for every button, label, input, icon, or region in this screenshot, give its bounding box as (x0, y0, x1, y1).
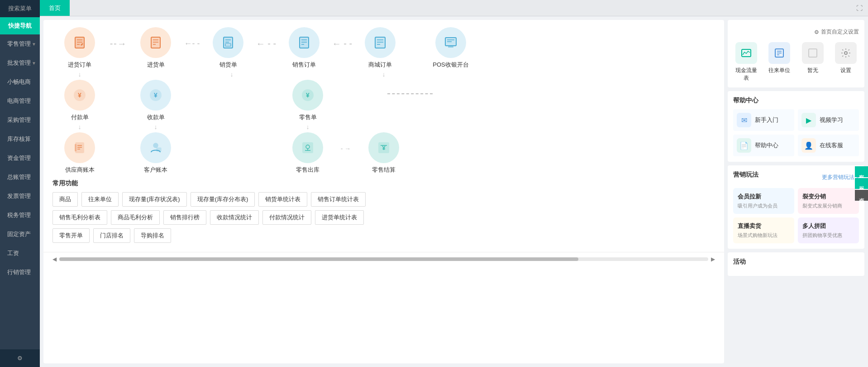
chevron-down-icon: ▼ (32, 42, 36, 47)
flow-node-pos[interactable]: POS收银开台 (424, 27, 478, 69)
sidebar-item-retail[interactable]: 零售管理 ▼ (0, 34, 40, 53)
help-item-help[interactable]: 📄 帮助中心 (733, 135, 794, 156)
flow-node-sales-order[interactable]: 销售订单 (277, 27, 331, 69)
sidebar-search[interactable]: 搜索菜单 (0, 0, 40, 17)
flow-node-receipt[interactable]: ¥ 收款单 (129, 80, 183, 121)
sidebar-item-general-ledger[interactable]: 总账管理 (0, 168, 40, 187)
cash-flow-label: 现金流量表 (733, 67, 759, 82)
svg-rect-36 (76, 143, 84, 153)
flow-node-purchase-order[interactable]: 进货订单 (52, 27, 107, 69)
btn-sales-stats[interactable]: 销货单统计表 (258, 192, 307, 207)
svg-rect-29 (448, 46, 453, 48)
btn-receipt-stats[interactable]: 收款情况统计 (210, 210, 259, 225)
flow-node-retail-settlement[interactable]: ¥ 零售结算 (357, 132, 411, 174)
btn-contacts[interactable]: 往来单位 (81, 192, 119, 207)
svg-text:¥: ¥ (78, 92, 81, 99)
settings-icon: ⚙ (17, 355, 23, 362)
video-label: 视频学习 (820, 116, 843, 124)
customize-label: 首页自定义设置 (821, 28, 859, 36)
quick-icon-settings[interactable]: 设置 (833, 42, 859, 82)
sidebar-item-tax[interactable]: 税务管理 (0, 206, 40, 225)
help-doc-icon: 📄 (737, 138, 751, 153)
mall-order-icon (365, 27, 396, 58)
customize-settings-row[interactable]: ⚙ 首页自定义设置 (733, 25, 859, 39)
quick-icon-none[interactable]: 暂无 (800, 42, 826, 82)
svg-text:¥: ¥ (154, 92, 157, 99)
sidebar-nav-header: 快捷导航 (0, 17, 40, 34)
sidebar-item-inventory[interactable]: 库存核算 (0, 130, 40, 149)
help-item-service[interactable]: 👤 在线客服 (798, 135, 859, 156)
quick-icon-contacts[interactable]: 往来单位 (767, 42, 793, 82)
mall-order-label: 商城订单 (368, 61, 392, 69)
marketing-item-fission[interactable]: 裂变分销 裂变式发展分销商 (798, 188, 859, 214)
btn-guide-rank[interactable]: 导购排名 (134, 228, 171, 243)
activity-section: 活动 (728, 252, 864, 276)
svg-text:¥: ¥ (306, 92, 310, 99)
btn-sales-order-stats[interactable]: 销售订单统计表 (311, 192, 366, 207)
btn-stock-dist[interactable]: 现存量(库存分布表) (191, 192, 255, 207)
marketing-item-live[interactable]: 直播卖货 场景式购物新玩法 (733, 217, 794, 243)
sidebar-item-purchase[interactable]: 采购管理 (0, 111, 40, 130)
retail-order-icon: ¥ (292, 80, 323, 111)
flow-node-retail-order[interactable]: ¥ 零售单 (281, 80, 335, 121)
tab-home[interactable]: 首页 (40, 0, 70, 16)
beginner-icon: ✉ (737, 113, 751, 127)
btn-retail-order[interactable]: 零售开单 (52, 228, 90, 243)
flow-node-payment[interactable]: ¥ 付款单 (52, 80, 107, 121)
flow-node-purchase-bill[interactable]: 进货单 (129, 27, 183, 69)
btn-purchase-stats[interactable]: 进货单统计表 (315, 210, 364, 225)
svg-rect-20 (375, 37, 385, 48)
none-icon (802, 42, 824, 64)
settings-label: 设置 (840, 67, 851, 74)
help-item-video[interactable]: ▶ 视频学习 (798, 109, 859, 131)
customer-account-icon (140, 132, 171, 163)
sidebar-item-invoice[interactable]: 发票管理 (0, 187, 40, 206)
quick-icon-cash-flow[interactable]: 现金流量表 (733, 42, 759, 82)
sidebar-settings-button[interactable]: ⚙ (0, 349, 40, 367)
sidebar-item-ecom-small[interactable]: 小畅电商 (0, 72, 40, 92)
svg-rect-42 (157, 148, 161, 151)
scroll-track[interactable] (59, 257, 708, 261)
marketing-item-member[interactable]: 会员拉新 吸引用户成为会员 (733, 188, 794, 214)
flow-node-sales-bill[interactable]: 销货单 (201, 27, 255, 69)
btn-payment-stats[interactable]: 付款情况统计 (262, 210, 311, 225)
btn-store-rank[interactable]: 门店排名 (93, 228, 130, 243)
float-desktop-shortcut[interactable]: 桌面快捷 (855, 190, 868, 201)
btn-goods-gross[interactable]: 商品毛利分析 (111, 210, 160, 225)
flow-node-supplier-account[interactable]: 供应商账本 (52, 132, 107, 174)
btn-stock-status[interactable]: 现存量(库存状况表) (122, 192, 187, 207)
marketing-item-group[interactable]: 多人拼团 拼团购物享受优惠 (798, 217, 859, 243)
sales-order-label: 销售订单 (292, 61, 316, 69)
sales-bill-label: 销货单 (219, 61, 237, 69)
more-marketing-link[interactable]: 更多营销玩法 > (822, 174, 859, 181)
sidebar-item-fixed-assets[interactable]: 固定资产 (0, 225, 40, 244)
sidebar-item-more[interactable]: 行销管理 (0, 263, 40, 282)
flow-node-retail-out[interactable]: 零售出库 (281, 132, 335, 174)
flow-node-customer-account[interactable]: 客户账本 (129, 132, 183, 174)
retail-settlement-label: 零售结算 (372, 166, 396, 174)
float-community[interactable]: 服务社区 (855, 178, 868, 189)
sidebar-item-wholesale[interactable]: 批发管理 ▼ (0, 53, 40, 72)
btn-sales-rank[interactable]: 销售排行榜 (163, 210, 206, 225)
scroll-right-arrow[interactable]: ▶ (711, 256, 715, 262)
common-functions-grid-3: 零售开单 门店排名 导购排名 (52, 228, 715, 243)
help-label: 帮助中心 (755, 141, 778, 150)
scroll-thumb (59, 257, 578, 261)
marketing-header: 营销玩法 更多营销玩法 > (733, 171, 859, 184)
flow-node-mall-order[interactable]: 商城订单 (353, 27, 407, 69)
sidebar-item-salary[interactable]: 工资 (0, 244, 40, 263)
btn-sales-gross[interactable]: 销售毛利分析表 (52, 210, 107, 225)
scroll-left-arrow[interactable]: ◀ (52, 256, 57, 262)
video-icon: ▶ (801, 113, 816, 127)
fullscreen-icon[interactable]: ⛶ (856, 5, 863, 12)
sidebar-item-finance[interactable]: 资金管理 (0, 149, 40, 168)
float-customer-service[interactable]: 客服热线 (855, 166, 868, 177)
retail-settlement-icon: ¥ (368, 132, 399, 163)
fission-desc: 裂变式发展分销商 (802, 203, 854, 209)
pos-icon (435, 27, 466, 58)
member-desc: 吸引用户成为会员 (738, 203, 790, 209)
sidebar-item-ecom-mgr[interactable]: 电商管理 (0, 92, 40, 111)
btn-goods[interactable]: 商品 (52, 192, 78, 207)
help-item-beginner[interactable]: ✉ 新手入门 (733, 109, 794, 131)
activity-title: 活动 (733, 258, 859, 266)
